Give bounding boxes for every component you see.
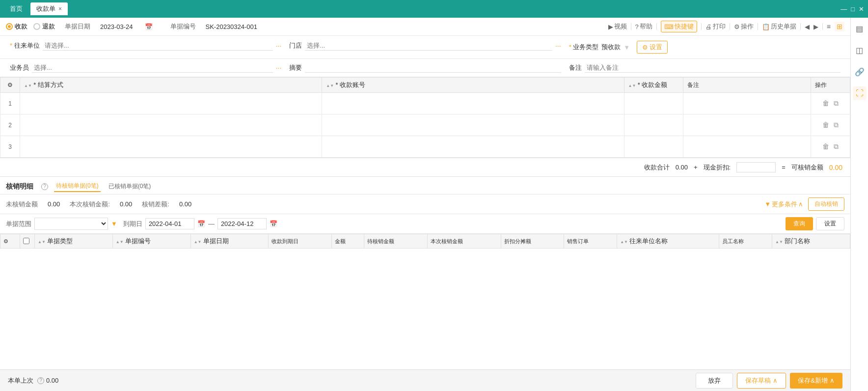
ops-btn[interactable]: ⚙ 操作 [734,22,754,31]
range-chevron-icon[interactable]: ▼ [111,220,117,227]
date-sort-icon[interactable]: ▲▼ [194,240,202,244]
dept-sort-icon[interactable]: ▲▼ [775,240,783,244]
row-2-delete-icon[interactable]: 🗑 [822,121,829,129]
shortcut-btn[interactable]: ⌨ 快捷键 [661,21,697,32]
help-btn[interactable]: ? 帮助 [635,22,652,31]
more-conditions-btn[interactable]: ▼ 更多条件 ∧ [764,200,803,209]
radio-shoukuan[interactable]: 收款 [6,22,27,31]
history-btn[interactable]: 📋 历史单据 [762,22,796,31]
last-num-label: 本单上次 [8,376,33,385]
print-btn[interactable]: 🖨 打印 [705,22,726,31]
row-2-settlement[interactable] [20,114,322,136]
save-new-arrow-icon: ∧ [830,377,835,384]
row-3-copy-icon[interactable]: ⧉ [834,142,839,150]
nav-next-btn[interactable]: ▶ [814,23,818,30]
row-1-account[interactable] [322,93,624,114]
sidebar-doc-icon[interactable]: ◫ [853,43,867,57]
sidebar-table-icon[interactable]: ▤ [853,22,867,35]
tab-active[interactable]: 收款单 × [30,2,68,15]
row-3-amount[interactable] [624,136,683,158]
discount-input[interactable] [736,162,776,172]
gear-col-header[interactable]: ⚙ [0,78,20,93]
shop-more-icon[interactable]: ··· [555,42,561,50]
cal-end-icon[interactable]: 📅 [270,220,277,227]
sidebar-link-icon[interactable]: 🔗 [853,65,867,79]
row-1-delete-icon[interactable]: 🗑 [822,99,829,107]
query-btn[interactable]: 查询 [786,217,813,230]
due-date-start-input[interactable] [145,218,194,229]
tab-done[interactable]: 已核销单据(0笔) [107,181,153,192]
abandon-btn[interactable]: 放弃 [696,373,733,389]
type-sort-icon[interactable]: ▲▼ [38,240,46,244]
auto-hx-btn[interactable]: 自动核销 [808,197,844,211]
tab-pending[interactable]: 待核销单据(0笔) [54,181,101,192]
settlement-sort-icon[interactable]: ▲▼ [24,84,32,88]
summary-input[interactable] [305,63,561,73]
hx-gear-col[interactable]: ⚙ [0,234,20,249]
row-1-num: 1 [0,93,20,114]
cal-start-icon[interactable]: 📅 [197,220,205,227]
row-1-settlement[interactable] [20,93,322,114]
window-close-btn[interactable]: ✕ [859,5,864,13]
row-3-settlement[interactable] [20,136,322,158]
list-view-btn[interactable]: ≡ [827,23,831,30]
settings-icon: ⚙ [642,44,648,51]
row-2-remark[interactable] [683,114,811,136]
row-1-amount[interactable] [624,93,683,114]
hx-current-col: 本次核销金额 [428,234,501,249]
from-unit-sort-icon[interactable]: ▲▼ [620,240,628,244]
remark-input[interactable] [585,63,841,73]
divider-5 [758,23,758,30]
row-3-ops: 🗑 ⧉ [811,136,850,158]
nav-prev-btn[interactable]: ◀ [805,23,810,30]
save-draft-btn[interactable]: 保存草稿 ∧ [737,373,786,389]
amount-sort-icon[interactable]: ▲▼ [628,84,636,88]
staff-input[interactable] [32,63,273,73]
row-3-remark[interactable] [683,136,811,158]
grid-view-btn[interactable]: ⊞ [835,22,844,31]
settings-btn[interactable]: ⚙ 设置 [637,41,668,54]
row-1-ops: 🗑 ⧉ [811,93,850,114]
business-type-select-wrap: 预收款 ▼ [601,43,630,52]
row-3-delete-icon[interactable]: 🗑 [822,142,829,150]
row-2-copy-icon[interactable]: ⧉ [834,121,839,129]
shop-input[interactable] [305,41,552,51]
from-unit-more-icon[interactable]: ··· [276,42,282,50]
last-num-info-icon[interactable]: ? [37,377,44,384]
ops-col-header: 操作 [811,78,850,93]
remark-col-header: 备注 [683,78,811,93]
due-date-end-input[interactable] [217,218,267,229]
save-new-btn[interactable]: 保存&新增 ∧ [790,373,842,389]
video-btn[interactable]: ▶ 视频 [608,22,627,31]
staff-more-icon[interactable]: ··· [276,64,282,72]
sidebar-expand-icon[interactable]: ⛶ [853,86,867,100]
row-1-remark[interactable] [683,93,811,114]
from-unit-input[interactable] [43,41,273,51]
remark-label: 备注 [569,63,582,72]
hx-section-title: 核销明细 ? 待核销单据(0笔) 已核销单据(0笔) [0,177,850,195]
date-range-dash: — [208,220,215,227]
right-sidebar: ▤ ◫ 🔗 ⛶ [850,18,868,391]
tab-home[interactable]: 首页 [4,2,28,15]
hx-settings-btn[interactable]: 设置 [816,217,844,230]
hx-amount-col: 金额 [332,234,364,249]
account-sort-icon[interactable]: ▲▼ [326,84,334,88]
row-1-copy-icon[interactable]: ⧉ [834,99,839,107]
range-select[interactable] [34,218,108,230]
row-2-account[interactable] [322,114,624,136]
radio-tuikuan[interactable]: 退款 [33,22,55,31]
business-type-chevron-icon[interactable]: ▼ [624,44,630,51]
table-row: 1 🗑 ⧉ [0,93,850,114]
tab-close-icon[interactable]: × [58,5,62,12]
num-sort-icon[interactable]: ▲▼ [116,240,124,244]
row-3-account[interactable] [322,136,624,158]
hx-info-icon[interactable]: ? [41,183,48,190]
window-maximize-btn[interactable]: □ [851,5,855,13]
row-2-amount[interactable] [624,114,683,136]
window-minimize-btn[interactable]: — [841,5,847,13]
hx-num-col: ▲▼ 单据编号 [112,234,190,249]
hx-section: 核销明细 ? 待核销单据(0笔) 已核销单据(0笔) 未核销金额 0.00 本次… [0,177,850,369]
hx-check-all[interactable] [23,238,29,244]
account-col-header: ▲▼ * 收款账号 [322,78,624,93]
calendar-icon[interactable]: 📅 [145,23,153,30]
